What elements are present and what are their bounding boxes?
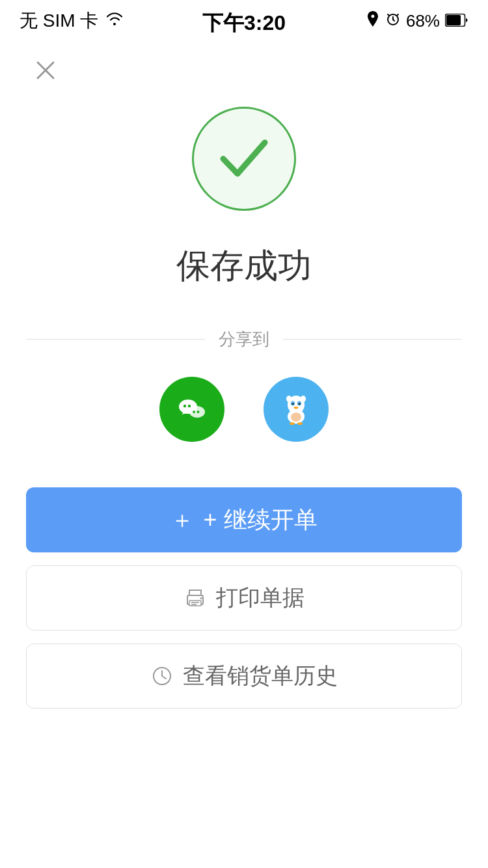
svg-point-8	[188, 405, 191, 407]
svg-point-19	[294, 407, 299, 409]
svg-point-21	[291, 413, 301, 422]
svg-point-7	[183, 405, 186, 407]
success-circle	[192, 107, 296, 211]
status-left: 无 SIM 卡	[20, 8, 124, 33]
close-button[interactable]	[26, 51, 65, 90]
wifi-icon	[105, 10, 124, 31]
qq-share-button[interactable]	[264, 377, 329, 442]
checkmark-icon	[218, 136, 270, 182]
status-right: 68%	[366, 10, 468, 32]
svg-rect-27	[189, 601, 201, 606]
continue-button[interactable]: ＋ + 继续开单	[26, 487, 462, 552]
history-button[interactable]: 查看销货单历史	[26, 644, 462, 709]
svg-point-28	[200, 597, 202, 599]
print-button[interactable]: 打印单据	[26, 565, 462, 631]
wechat-share-button[interactable]	[159, 377, 224, 442]
battery-percentage: 68%	[406, 11, 440, 31]
action-buttons: ＋ + 继续开单 打印单据 查看销货单历史	[26, 487, 462, 709]
share-label: 分享到	[219, 328, 269, 351]
svg-point-9	[193, 411, 195, 413]
svg-point-10	[197, 411, 200, 413]
no-sim-text: 无 SIM 卡	[20, 8, 98, 33]
history-icon	[150, 664, 174, 688]
alarm-icon	[385, 11, 401, 31]
svg-point-25	[301, 396, 306, 402]
svg-point-18	[299, 403, 299, 403]
continue-icon: ＋	[170, 504, 194, 536]
qq-icon	[277, 390, 315, 428]
share-divider: 分享到	[26, 328, 462, 351]
battery-icon	[445, 11, 468, 31]
divider-right	[282, 339, 462, 340]
print-label: 打印单据	[216, 583, 305, 613]
share-icons	[159, 377, 329, 442]
svg-point-15	[292, 403, 293, 403]
continue-label: + 继续开单	[203, 504, 317, 536]
divider-left	[26, 339, 206, 340]
location-icon	[366, 10, 380, 32]
svg-rect-2	[446, 15, 461, 25]
wechat-icon	[172, 390, 211, 429]
print-icon	[183, 586, 207, 610]
status-bar: 无 SIM 卡 下午3:20 68%	[0, 0, 488, 42]
status-time: 下午3:20	[202, 9, 286, 38]
svg-point-22	[290, 422, 295, 425]
success-title: 保存成功	[176, 243, 312, 289]
main-content: 保存成功 分享到	[0, 42, 488, 709]
svg-point-24	[286, 396, 291, 402]
history-label: 查看销货单历史	[183, 661, 338, 691]
svg-point-23	[297, 422, 303, 425]
